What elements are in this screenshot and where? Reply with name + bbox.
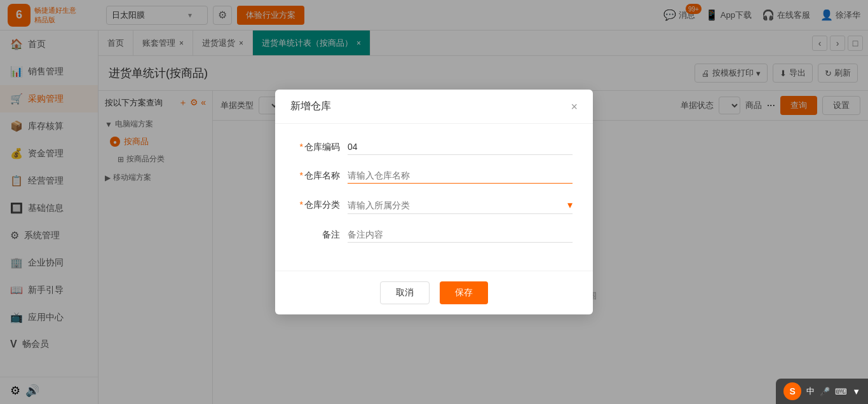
note-label: 备注 xyxy=(295,229,340,241)
category-select-wrap[interactable]: ▾ xyxy=(348,196,573,214)
form-row-category: 仓库分类 ▾ xyxy=(295,196,573,214)
microphone-button[interactable]: 🎤 xyxy=(820,387,830,396)
more-button[interactable]: ▼ xyxy=(852,387,860,396)
s-logo: S xyxy=(783,382,801,400)
dialog-footer: 取消 保存 xyxy=(275,271,593,314)
note-input[interactable] xyxy=(348,227,573,243)
form-row-name: 仓库名称 xyxy=(295,168,573,184)
bottom-bar: S 中 🎤 ⌨ ▼ xyxy=(776,379,868,404)
code-input[interactable] xyxy=(348,139,573,155)
name-label: 仓库名称 xyxy=(295,170,340,182)
name-input[interactable] xyxy=(348,168,573,184)
category-input[interactable] xyxy=(348,200,567,210)
category-dropdown-icon: ▾ xyxy=(567,199,573,211)
keyboard-button[interactable]: ⌨ xyxy=(835,387,847,396)
cancel-button[interactable]: 取消 xyxy=(380,281,430,304)
save-button[interactable]: 保存 xyxy=(440,281,488,304)
modal-overlay: 新增仓库 × 仓库编码 仓库名称 仓库分类 ▾ xyxy=(0,0,868,404)
form-row-note: 备注 xyxy=(295,227,573,243)
chinese-input-button[interactable]: 中 xyxy=(806,386,815,397)
code-label: 仓库编码 xyxy=(295,142,340,153)
dialog-close-button[interactable]: × xyxy=(571,101,578,112)
dialog-title: 新增仓库 xyxy=(290,100,331,113)
add-warehouse-dialog: 新增仓库 × 仓库编码 仓库名称 仓库分类 ▾ xyxy=(275,90,593,314)
form-row-code: 仓库编码 xyxy=(295,139,573,155)
category-label: 仓库分类 xyxy=(295,199,340,211)
dialog-header: 新增仓库 × xyxy=(275,90,593,124)
dialog-body: 仓库编码 仓库名称 仓库分类 ▾ 备注 xyxy=(275,124,593,271)
